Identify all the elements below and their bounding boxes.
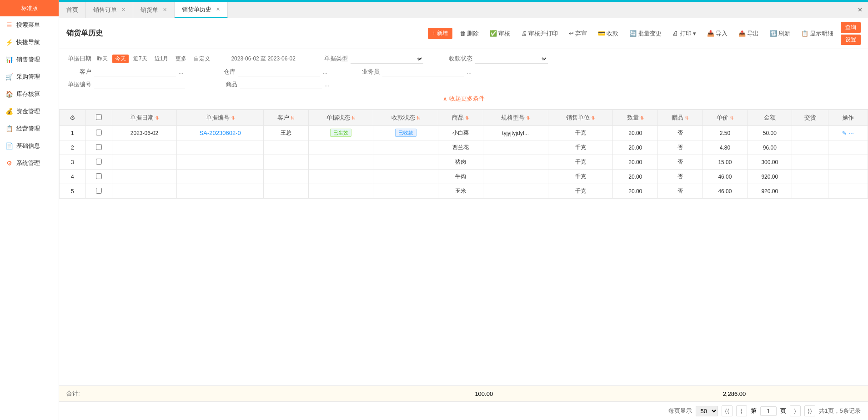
staff-dots[interactable]: ... [467,69,472,75]
sort-icon: ⇅ [155,115,159,120]
print-button[interactable]: 🖨 打印 ▾ [669,28,700,40]
goods-dots[interactable]: ... [325,81,329,88]
cell-gift: 否 [658,170,703,184]
tab-sales-goods-close[interactable]: ✕ [163,7,167,13]
tab-sales-order-close[interactable]: ✕ [121,7,125,13]
date-btn-today[interactable]: 今天 [112,55,129,63]
col-payment-status[interactable]: 收款状态⇅ [373,110,438,126]
collect-button[interactable]: 💳 收款 [594,28,622,40]
export-button[interactable]: 📤 导出 [735,28,763,40]
cell-action: ✎⋯ [828,126,868,140]
refresh-button[interactable]: 🔃 刷新 [766,28,794,40]
date-btn-1month[interactable]: 近1月 [152,55,171,63]
per-page-select[interactable]: 50 [696,406,718,416]
tab-home[interactable]: 首页 [59,2,86,18]
payment-status-badge: 已收款 [395,129,416,137]
page-header: 销货单历史 + 新增 🗑 删除 ✅ 审核 🖨 审核并打印 ↩ 弃审 💳 收款 [59,18,868,49]
add-button[interactable]: + 新增 [428,28,452,39]
doc-type-select[interactable] [351,54,423,64]
date-btn-custom[interactable]: 自定义 [191,55,213,63]
system-mgmt-icon: ⚙ [5,160,13,167]
customer-dots[interactable]: ... [179,69,183,75]
cell-amount: 50.00 [748,126,792,140]
cell-qty: 20.00 [613,126,658,140]
sidebar-item-operations[interactable]: 📋 经营管理 [0,120,59,137]
col-unit[interactable]: 销售单位⇅ [548,110,613,126]
cell-doc-no [177,140,264,155]
show-detail-button[interactable]: 📋 显示明细 [798,28,837,40]
col-gift[interactable]: 赠品⇅ [658,110,703,126]
warehouse-dots[interactable]: ... [323,69,327,75]
tab-sales-history[interactable]: 销货单历史 ✕ [175,2,228,18]
tab-sales-history-close[interactable]: ✕ [216,6,220,12]
sidebar-item-purchase-mgmt[interactable]: 🛒 采购管理 [0,68,59,85]
select-all-checkbox[interactable] [96,114,102,120]
more-action[interactable]: ⋯ [848,130,854,136]
collapse-btn[interactable]: ∧ 收起更多条件 [66,93,861,105]
date-btn-more[interactable]: 更多 [173,55,189,63]
col-goods[interactable]: 商品⇅ [438,110,483,126]
col-doc-status[interactable]: 单据状态⇅ [308,110,373,126]
first-page-btn[interactable]: ⟨⟨ [722,405,733,416]
filter-doc-type: 单据类型 ▾ [323,54,420,64]
col-customer[interactable]: 客户⇅ [263,110,308,126]
next-page-btn[interactable]: ⟩ [790,405,801,416]
warehouse-input[interactable] [238,67,320,76]
collapse-up-icon: ∧ [443,95,447,102]
sidebar-item-inventory[interactable]: 🏠 库存核算 [0,85,59,103]
col-qty[interactable]: 数量⇅ [613,110,658,126]
col-unit-price[interactable]: 单价⇅ [702,110,748,126]
last-page-btn[interactable]: ⟩⟩ [804,405,815,416]
import-button[interactable]: 📥 导入 [703,28,731,40]
sidebar-item-search-menu[interactable]: ☰ 搜索菜单 [0,16,59,34]
review-button[interactable]: ✅ 审核 [486,28,514,40]
col-spec[interactable]: 规格型号⇅ [483,110,548,126]
tab-sales-goods[interactable]: 销货单 ✕ [133,2,175,18]
sidebar-item-sales-mgmt[interactable]: 📊 销售管理 [0,51,59,68]
abandon-button[interactable]: ↩ 弃审 [565,28,591,40]
row-checkbox [85,184,112,199]
doc-no-input[interactable] [94,80,185,89]
sidebar-item-system-mgmt[interactable]: ⚙ 系统管理 [0,155,59,172]
gear-col-icon[interactable]: ⚙ [70,114,75,121]
payment-status-select[interactable] [475,54,548,64]
sidebar-item-basic-info[interactable]: 📄 基础信息 [0,137,59,155]
col-transaction: 交货 [792,110,828,126]
date-btn-yesterday[interactable]: 昨天 [94,55,110,63]
tab-sales-order[interactable]: 销售订单 ✕ [86,2,133,18]
col-doc-no[interactable]: 单据编号⇅ [177,110,264,126]
sidebar-item-finance[interactable]: 💰 资金管理 [0,103,59,120]
settings-button[interactable]: 设置 [841,35,861,45]
prev-page-btn[interactable]: ⟨ [736,405,747,416]
col-checkbox [85,110,112,126]
query-button[interactable]: 查询 [841,22,861,33]
col-doc-date[interactable]: 单据日期⇅ [112,110,177,126]
doc-no-link[interactable]: SA-20230602-0 [200,130,241,136]
operations-icon: 📋 [5,125,13,132]
customer-filter-label: 客户 [66,68,91,76]
sidebar-item-quick-nav[interactable]: ⚡ 快捷导航 [0,34,59,51]
sidebar-item-label: 销售管理 [16,55,40,64]
sort-icon: ⇅ [591,115,595,120]
doc-type-label: 单据类型 [323,55,348,63]
review-print-button[interactable]: 🖨 审核并打印 [517,28,562,40]
goods-input[interactable] [240,80,322,89]
delete-icon: 🗑 [460,30,466,37]
customer-input[interactable] [94,67,176,76]
delete-button[interactable]: 🗑 删除 [456,28,482,40]
cell-spec: tyjyjtyjdyf... [483,126,548,140]
sort-icon: ⇅ [640,115,644,120]
sort-icon: ⇅ [526,115,530,120]
page-input[interactable] [760,406,777,416]
staff-input[interactable] [382,67,464,76]
tab-bar-close-all[interactable]: ✕ [852,6,868,13]
col-amount: 金额 [748,110,792,126]
edit-action[interactable]: ✎ [842,130,847,136]
cell-payment-status [373,155,438,170]
cell-spec [483,140,548,155]
batch-change-button[interactable]: 🔄 批量变更 [626,28,665,40]
date-range-text: 2023-06-02 至 2023-06-02 [231,55,295,63]
filter-customer: 客户 ... [66,67,183,76]
row-num: 3 [60,155,86,170]
date-btn-7days[interactable]: 近7天 [130,55,150,63]
